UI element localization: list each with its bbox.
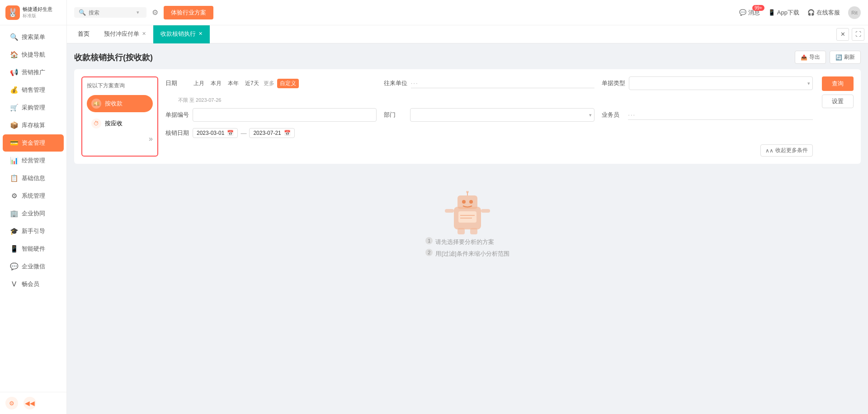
- date-range: 2023-03-01 📅 — 2023-07-21 📅: [193, 128, 295, 138]
- close-tab-icon[interactable]: ✕: [836, 28, 849, 41]
- step2-text: 用[过滤]条件来缩小分析范围: [435, 248, 509, 260]
- tab-home[interactable]: 首页: [71, 25, 97, 43]
- sales-label: 业务员: [602, 111, 624, 119]
- sidebar-item-label: 库存核算: [22, 121, 45, 129]
- filter-collapse-icon[interactable]: »: [87, 135, 153, 143]
- date-field: 日期 上月 本月 本年 近7天 更多 自定义: [165, 79, 377, 88]
- dept-select[interactable]: [410, 108, 595, 122]
- more-conditions-button[interactable]: ∧∧ 收起更多条件: [760, 144, 813, 157]
- tabs-bar: 首页 预付冲应付单 ✕ 收款核销执行 ✕ ✕ ⛶: [67, 25, 868, 43]
- sidebar-item-label: 基础信息: [22, 174, 45, 182]
- sidebar-item-label: 采购管理: [22, 104, 45, 112]
- dept-select-wrapper: [410, 108, 595, 122]
- search-menu-icon: 🔍: [10, 33, 18, 41]
- sidebar-item-label: 快捷导航: [22, 51, 45, 59]
- settings-gear-icon[interactable]: ⚙: [152, 8, 158, 17]
- logo-area: 🐰 畅捷通好生意 标准版: [0, 0, 66, 25]
- svg-rect-7: [481, 209, 490, 213]
- calendar-end-icon: 📅: [284, 130, 291, 136]
- sidebar-item-wechat[interactable]: 💬 企业微信: [3, 258, 64, 275]
- date-tag-custom[interactable]: 自定义: [277, 79, 299, 88]
- sidebar-item-hardware[interactable]: 📱 智能硬件: [3, 240, 64, 257]
- expand-tab-icon[interactable]: ⛶: [852, 28, 864, 41]
- tab-collection-close-icon[interactable]: ✕: [198, 31, 203, 37]
- tab-prepay[interactable]: 预付冲应付单 ✕: [97, 25, 153, 43]
- svg-rect-8: [458, 228, 465, 234]
- online-service-icon: 🎧: [807, 9, 815, 16]
- solution-button[interactable]: 体验行业方案: [164, 6, 213, 19]
- empty-tip-step2: 2 用[过滤]条件来缩小分析范围: [425, 248, 509, 260]
- online-service-item[interactable]: 🎧 在线客服: [807, 9, 840, 17]
- search-area: 按以下方案查询 💴 按收款 ⏱ 按应收 »: [74, 69, 861, 164]
- date-btn-7days[interactable]: 近7天: [243, 79, 261, 88]
- tab-prepay-close-icon[interactable]: ✕: [142, 31, 146, 37]
- settings-icon[interactable]: ⚙: [5, 397, 18, 409]
- refresh-button[interactable]: 🔄 刷新: [830, 51, 861, 64]
- svg-rect-6: [445, 209, 454, 213]
- docno-label: 单据编号: [165, 111, 189, 119]
- sidebar-item-label: 营销推广: [22, 68, 45, 76]
- sidebar-item-quick-nav[interactable]: 🏠 快捷导航: [3, 46, 64, 63]
- message-item[interactable]: 💬 消息 99+: [739, 9, 760, 17]
- date-btn-this-year[interactable]: 本年: [226, 79, 241, 88]
- dept-field: 部门: [384, 108, 595, 122]
- sales-field: 业务员 ···: [602, 110, 813, 120]
- filter-receipt-icon: 💴: [91, 99, 101, 109]
- query-button[interactable]: 查询: [822, 76, 854, 91]
- app-download-label: App下载: [777, 9, 799, 17]
- sidebar-item-search-menu[interactable]: 🔍 搜索菜单: [3, 29, 64, 46]
- verify-date-start-input[interactable]: 2023-03-01 📅: [193, 128, 238, 138]
- counterpart-select[interactable]: ···: [411, 78, 595, 88]
- quick-nav-icon: 🏠: [10, 51, 18, 59]
- topbar-search-icon: 🔍: [79, 9, 86, 16]
- page-actions: 📤 导出 🔄 刷新: [795, 51, 861, 64]
- wechat-icon: 💬: [10, 262, 18, 271]
- sidebar-item-enterprise[interactable]: 🏢 企业协同: [3, 205, 64, 222]
- sidebar-item-finance[interactable]: 💳 资金管理: [3, 134, 64, 152]
- date-btn-this-month[interactable]: 本月: [209, 79, 223, 88]
- sidebar-item-system[interactable]: ⚙ 系统管理: [3, 187, 64, 205]
- user-avatar-area[interactable]: Rit: [848, 6, 861, 19]
- filter-by-receipt[interactable]: 💴 按收款: [87, 95, 153, 112]
- tab-collection-label: 收款核销执行: [160, 30, 196, 38]
- collapse-sidebar-icon[interactable]: ◀◀: [24, 397, 36, 409]
- tab-collection[interactable]: 收款核销执行 ✕: [153, 25, 210, 43]
- sidebar-item-marketing[interactable]: 📢 营销推广: [3, 64, 64, 81]
- filter-by-receivable[interactable]: ⏱ 按应收: [87, 115, 153, 132]
- sidebar-item-member[interactable]: Ⅴ 畅会员: [3, 276, 64, 293]
- empty-robot-illustration: [440, 191, 495, 236]
- empty-tip-step1: 1 请先选择要分析的方案: [425, 236, 509, 248]
- topbar-search-box[interactable]: 🔍 ▾: [74, 7, 146, 18]
- sidebar-item-base-info[interactable]: 📋 基础信息: [3, 170, 64, 187]
- sidebar-item-purchase[interactable]: 🛒 采购管理: [3, 99, 64, 116]
- date-shortcuts: 上月 本月 本年 近7天 更多 自定义: [192, 79, 299, 88]
- member-icon: Ⅴ: [10, 280, 18, 288]
- export-button[interactable]: 📤 导出: [795, 51, 826, 64]
- hardware-icon: 📱: [10, 245, 18, 253]
- svg-rect-10: [458, 211, 476, 223]
- sidebar-item-label: 经营管理: [22, 157, 45, 165]
- sidebar-item-inventory[interactable]: 📦 库存核算: [3, 117, 64, 134]
- sidebar-item-business[interactable]: 📊 经营管理: [3, 152, 64, 169]
- sidebar-item-guide[interactable]: 🎓 新手引导: [3, 223, 64, 240]
- search-input[interactable]: [89, 10, 134, 16]
- verify-date-end-input[interactable]: 2023-07-21 📅: [249, 128, 294, 138]
- set-button[interactable]: 设置: [822, 95, 854, 108]
- doc-type-select-wrapper: [629, 76, 813, 90]
- calendar-start-icon: 📅: [227, 130, 234, 136]
- sidebar-item-label: 新手引导: [22, 227, 45, 235]
- filter-panel-title: 按以下方案查询: [87, 82, 153, 90]
- docno-row: 单据编号 部门: [165, 108, 813, 122]
- more-conditions-area: ∧∧ 收起更多条件: [165, 144, 813, 157]
- enterprise-icon: 🏢: [10, 209, 18, 218]
- app-download-item[interactable]: 📱 App下载: [768, 9, 799, 17]
- date-btn-more[interactable]: 更多: [264, 80, 274, 87]
- doc-type-select[interactable]: [629, 76, 813, 90]
- docno-input[interactable]: [193, 108, 377, 122]
- step1-text: 请先选择要分析的方案: [435, 236, 494, 248]
- sidebar-item-sales[interactable]: 💰 销售管理: [3, 81, 64, 99]
- counterpart-field: 往来单位 ···: [384, 78, 595, 88]
- sales-select[interactable]: ···: [628, 110, 813, 120]
- date-btn-last-month[interactable]: 上月: [192, 79, 206, 88]
- sales-icon: 💰: [10, 86, 18, 94]
